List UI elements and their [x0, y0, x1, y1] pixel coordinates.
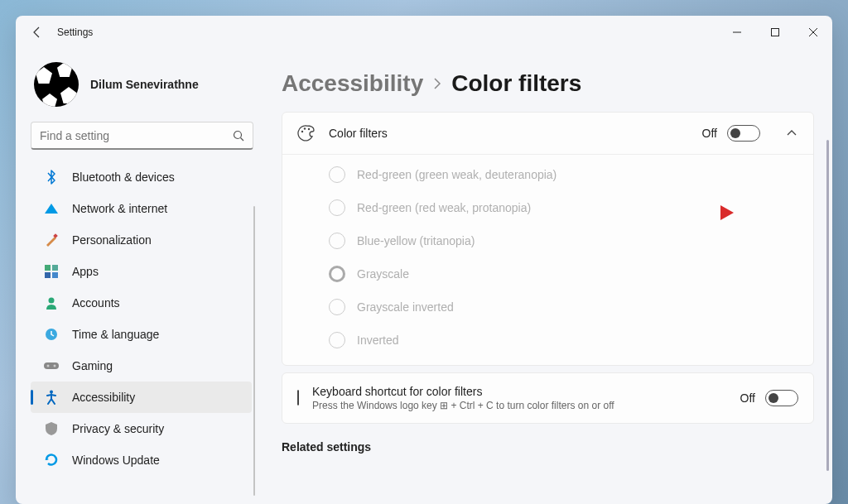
- svg-rect-6: [52, 265, 58, 271]
- keyboard-icon: [297, 391, 299, 406]
- nav-label: Gaming: [72, 359, 113, 372]
- sidebar-item-update[interactable]: Windows Update: [31, 444, 252, 476]
- svg-rect-8: [52, 272, 58, 278]
- nav: Bluetooth & devices Network & internet P…: [27, 156, 260, 504]
- nav-label: Accounts: [72, 296, 120, 310]
- filter-option-grayscale[interactable]: Grayscale: [282, 257, 813, 290]
- related-heading: Related settings: [282, 440, 814, 454]
- svg-point-16: [304, 127, 306, 129]
- svg-point-13: [54, 365, 56, 367]
- svg-line-3: [241, 137, 244, 141]
- color-filters-title: Color filters: [329, 127, 388, 140]
- breadcrumb-parent[interactable]: Accessibility: [282, 70, 423, 97]
- svg-point-9: [49, 298, 55, 304]
- chevron-right-icon: [433, 78, 441, 89]
- radio-icon: [329, 233, 345, 249]
- search-input[interactable]: [40, 129, 233, 142]
- shortcut-card[interactable]: Keyboard shortcut for color filters Pres…: [282, 372, 814, 424]
- svg-point-12: [47, 365, 50, 367]
- breadcrumb: Accessibility Color filters: [282, 70, 814, 97]
- svg-point-14: [50, 391, 53, 394]
- settings-window: Settings Dilum Senevirathne Bluetooth & …: [16, 16, 832, 504]
- app-title: Settings: [57, 26, 93, 38]
- sidebar-item-privacy[interactable]: Privacy & security: [31, 413, 252, 444]
- svg-rect-11: [44, 362, 59, 369]
- shortcut-title: Keyboard shortcut for color filters: [312, 385, 614, 398]
- bluetooth-icon: [44, 170, 59, 185]
- titlebar: Settings: [16, 16, 832, 49]
- gaming-icon: [44, 358, 59, 373]
- color-filters-card: Color filters Off Red-green (green weak,…: [282, 112, 814, 366]
- accounts-icon: [44, 295, 59, 310]
- nav-label: Network & internet: [72, 202, 167, 215]
- filter-option-protanopia[interactable]: Red-green (red weak, protanopia): [282, 191, 813, 224]
- search-icon: [233, 130, 244, 142]
- color-filters-state: Off: [702, 127, 717, 140]
- privacy-icon: [44, 421, 59, 436]
- shortcut-state: Off: [740, 391, 755, 405]
- svg-point-17: [308, 128, 310, 130]
- shortcut-desc: Press the Windows logo key ⊞ + Ctrl + C …: [312, 400, 614, 411]
- network-icon: [44, 201, 59, 216]
- shortcut-toggle[interactable]: [765, 390, 798, 406]
- radio-icon: [329, 299, 345, 315]
- back-button[interactable]: [22, 17, 52, 47]
- maximize-button[interactable]: [756, 19, 794, 46]
- accessibility-icon: [44, 390, 59, 405]
- svg-rect-7: [45, 272, 51, 278]
- main-content: Accessibility Color filters Color filter…: [260, 49, 832, 504]
- svg-point-15: [301, 131, 303, 132]
- sidebar-item-personalization[interactable]: Personalization: [31, 224, 252, 256]
- radio-icon: [329, 166, 345, 183]
- radio-icon: [329, 199, 345, 216]
- sidebar-item-accounts[interactable]: Accounts: [31, 287, 252, 319]
- sidebar-item-accessibility[interactable]: Accessibility: [31, 382, 252, 413]
- sidebar: Dilum Senevirathne Bluetooth & devices N…: [16, 49, 260, 504]
- search-box[interactable]: [31, 122, 253, 150]
- window-controls: [718, 19, 832, 46]
- svg-rect-4: [53, 233, 58, 238]
- nav-label: Time & language: [72, 328, 159, 341]
- collapse-button[interactable]: [785, 130, 798, 137]
- filter-options: Red-green (green weak, deuteranopia) Red…: [282, 154, 813, 365]
- update-icon: [44, 453, 59, 468]
- radio-icon: [329, 332, 345, 348]
- time-icon: [44, 327, 59, 342]
- svg-point-2: [234, 131, 242, 138]
- nav-label: Windows Update: [72, 454, 160, 467]
- svg-rect-1: [772, 29, 779, 36]
- radio-icon: [329, 266, 345, 282]
- body: Dilum Senevirathne Bluetooth & devices N…: [16, 49, 832, 504]
- palette-icon: [297, 124, 316, 142]
- color-filters-toggle[interactable]: [727, 125, 760, 142]
- username: Dilum Senevirathne: [90, 78, 199, 91]
- personalization-icon: [44, 233, 59, 247]
- filter-option-deuteranopia[interactable]: Red-green (green weak, deuteranopia): [282, 158, 813, 191]
- filter-option-grayscale-inverted[interactable]: Grayscale inverted: [282, 290, 813, 324]
- close-button[interactable]: [794, 19, 832, 46]
- nav-label: Privacy & security: [72, 422, 164, 435]
- avatar: [34, 62, 79, 107]
- nav-label: Accessibility: [72, 391, 135, 404]
- sidebar-item-network[interactable]: Network & internet: [31, 193, 252, 224]
- color-filters-header[interactable]: Color filters Off: [282, 113, 813, 154]
- nav-label: Apps: [72, 265, 99, 278]
- sidebar-item-gaming[interactable]: Gaming: [31, 350, 252, 382]
- filter-option-tritanopia[interactable]: Blue-yellow (tritanopia): [282, 224, 813, 257]
- sidebar-item-bluetooth[interactable]: Bluetooth & devices: [31, 161, 252, 193]
- sidebar-item-apps[interactable]: Apps: [31, 256, 252, 287]
- nav-label: Bluetooth & devices: [72, 170, 175, 184]
- filter-option-inverted[interactable]: Inverted: [282, 324, 813, 357]
- breadcrumb-current: Color filters: [451, 70, 581, 97]
- svg-rect-5: [45, 265, 51, 271]
- nav-label: Personalization: [72, 233, 152, 247]
- profile[interactable]: Dilum Senevirathne: [27, 57, 260, 122]
- sidebar-item-time[interactable]: Time & language: [31, 319, 252, 350]
- apps-icon: [44, 264, 59, 279]
- minimize-button[interactable]: [718, 19, 756, 46]
